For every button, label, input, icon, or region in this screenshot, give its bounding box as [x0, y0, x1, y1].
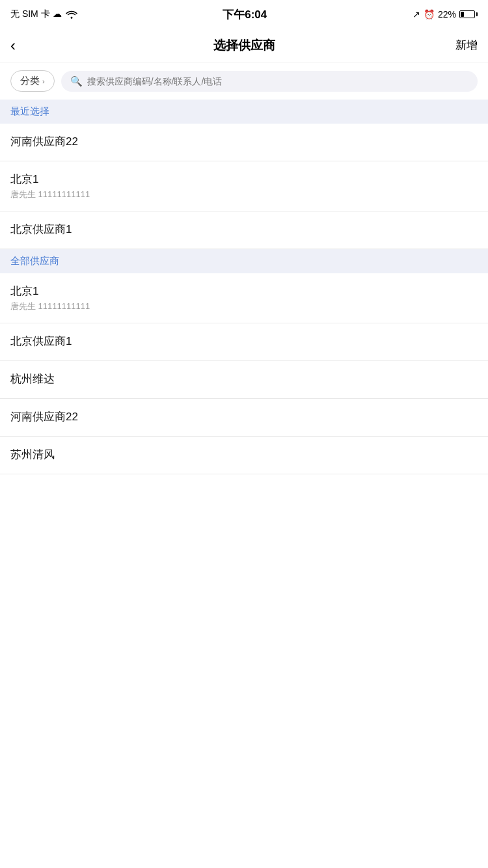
item-subtitle: 唐先生 11111111111: [10, 189, 478, 200]
search-bar[interactable]: 🔍: [61, 71, 478, 92]
location-icon: ↗: [413, 9, 420, 20]
sim-text: 无 SIM 卡 ☁: [10, 8, 62, 20]
status-left: 无 SIM 卡 ☁: [10, 8, 77, 20]
status-bar: 无 SIM 卡 ☁ 下午6:04 ↗ ⏰ 22%: [0, 0, 488, 29]
list-item[interactable]: 北京供应商1: [0, 323, 488, 361]
item-name: 北京1: [10, 284, 478, 299]
section-header-all: 全部供应商: [0, 249, 488, 273]
wifi-icon: [66, 10, 77, 19]
search-icon: 🔍: [70, 75, 83, 87]
status-time: 下午6:04: [223, 7, 267, 22]
chevron-right-icon: ›: [42, 77, 45, 85]
section-header-recent: 最近选择: [0, 100, 488, 124]
list-item[interactable]: 杭州维达: [0, 361, 488, 399]
section-header-label: 最近选择: [10, 105, 49, 116]
section-header-label: 全部供应商: [10, 255, 59, 266]
list-item[interactable]: 苏州清风: [0, 437, 488, 474]
toolbar: 分类 › 🔍: [0, 62, 488, 100]
battery-percent: 22%: [438, 9, 456, 20]
add-button[interactable]: 新增: [449, 38, 478, 53]
list-item[interactable]: 河南供应商22: [0, 124, 488, 161]
page-title: 选择供应商: [213, 37, 275, 54]
item-name: 河南供应商22: [10, 134, 478, 149]
item-name: 北京供应商1: [10, 334, 478, 349]
back-button[interactable]: ‹: [10, 36, 39, 55]
list-item[interactable]: 北京1唐先生 11111111111: [0, 161, 488, 211]
list-item[interactable]: 北京供应商1: [0, 211, 488, 249]
search-input[interactable]: [87, 76, 468, 87]
battery-icon: [459, 10, 478, 18]
sections-container: 最近选择河南供应商22北京1唐先生 11111111111北京供应商1全部供应商…: [0, 100, 488, 474]
alarm-icon: ⏰: [424, 9, 435, 20]
nav-bar: ‹ 选择供应商 新增: [0, 29, 488, 62]
list-item[interactable]: 河南供应商22: [0, 399, 488, 437]
category-button[interactable]: 分类 ›: [10, 70, 55, 92]
list-item[interactable]: 北京1唐先生 11111111111: [0, 273, 488, 323]
item-name: 北京1: [10, 172, 478, 187]
item-name: 北京供应商1: [10, 222, 478, 237]
item-name: 河南供应商22: [10, 409, 478, 424]
status-right: ↗ ⏰ 22%: [413, 9, 478, 20]
item-subtitle: 唐先生 11111111111: [10, 301, 478, 312]
item-name: 杭州维达: [10, 372, 478, 387]
item-name: 苏州清风: [10, 447, 478, 462]
category-label: 分类: [20, 75, 40, 87]
